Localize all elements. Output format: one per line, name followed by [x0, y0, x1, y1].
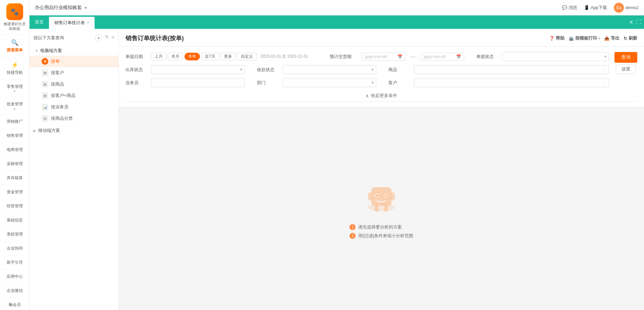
settings-button[interactable]: 设置: [616, 64, 636, 74]
sidebar-item-finance[interactable]: 资金管理: [0, 185, 29, 199]
date-start-placeholder: yyyy-mm-dd: [365, 54, 387, 59]
print-dropdown-icon: ▾: [598, 37, 600, 40]
pc-schemes-header[interactable]: ▼ 电脑端方案: [30, 46, 118, 56]
collapse-label: 收起更多条件: [371, 93, 397, 99]
by-customer-product-icon: ⊞: [42, 92, 48, 99]
salesperson-input[interactable]: ···: [151, 78, 245, 87]
date-filter-label: 单据日期: [125, 54, 146, 60]
sidebar-item-shortcut[interactable]: ⚡ 快捷导航: [0, 57, 29, 80]
logo: 🐾 畅捷通好生意 标账版: [0, 0, 29, 35]
tip-1-text: 请先选择要分析的方案: [358, 223, 402, 231]
collapse-bar[interactable]: ∧ 收起更多条件: [125, 90, 637, 102]
query-button[interactable]: 查询: [614, 52, 637, 63]
salesperson-label: 业务员: [125, 80, 146, 86]
calendar-icon: 📅: [397, 54, 402, 59]
department-select[interactable]: [282, 78, 376, 87]
expected-delivery-label: 预计交货期: [330, 54, 357, 60]
pc-schemes-expand-icon: ▼: [35, 49, 38, 53]
scheme-item-by-salesperson[interactable]: 📊 按业务员: [30, 101, 118, 113]
by-customer-icon: ⊞: [42, 69, 48, 76]
collapse-panel-icon[interactable]: «: [112, 34, 114, 42]
app-download-button[interactable]: 📱 App下载: [584, 5, 607, 11]
top-header: 办公用品行业模拟账套 ▾ 💬 消息 📱 App下载 Ea demo2: [30, 0, 644, 15]
product-label: 商品: [388, 67, 409, 73]
download-icon: 📱: [584, 5, 589, 10]
date-btn-more[interactable]: 更多: [220, 53, 236, 60]
message-icon: 💬: [562, 5, 567, 10]
svg-rect-2: [368, 192, 372, 201]
payment-status-select[interactable]: [282, 65, 376, 74]
sidebar-item-apps[interactable]: 应用中心: [0, 270, 29, 284]
sidebar-item-wholesale[interactable]: 批发管理 ▲: [0, 97, 29, 115]
calendar-icon-end: 📅: [456, 54, 461, 59]
tab-sales-stats[interactable]: 销售订单统计表 ×: [49, 17, 95, 29]
sidebar-item-purchase[interactable]: 采购管理: [0, 157, 29, 171]
sidebar-item-newbie[interactable]: 新手引导: [0, 256, 29, 270]
sidebar-item-ecommerce[interactable]: 电商管理: [0, 143, 29, 157]
by-order-icon: 单: [42, 58, 48, 65]
date-btn-custom[interactable]: 自定义: [237, 53, 257, 60]
tab-home[interactable]: 首页: [30, 15, 49, 29]
tip-1-num: 1: [350, 224, 356, 230]
edit-scheme-icon[interactable]: ✎: [105, 34, 109, 42]
date-btn-last-month[interactable]: 上月: [151, 53, 166, 60]
add-scheme-icon[interactable]: +: [95, 34, 102, 42]
action-buttons: 查询 设置: [609, 52, 637, 74]
dropdown-arrow[interactable]: ▾: [85, 5, 87, 10]
scheme-item-by-product[interactable]: ⊞ 按商品: [30, 79, 118, 90]
avatar: Ea: [614, 3, 624, 13]
main-content: 1 请先选择要分析的方案 2 用[过滤]条件来缩小分析范围: [119, 107, 644, 310]
mobile-schemes-section[interactable]: ▶ 移动端方案: [30, 125, 118, 136]
date-btn-last-7-days[interactable]: 近7天: [201, 53, 219, 60]
date-input-end[interactable]: yyyy-mm-dd 📅: [421, 53, 464, 61]
tip-2-num: 2: [350, 233, 356, 239]
help-button[interactable]: ❓ 帮助: [549, 35, 565, 41]
date-input-start[interactable]: yyyy-mm-dd 📅: [362, 53, 406, 61]
sidebar-item-member[interactable]: 畅会员: [0, 298, 29, 310]
date-btn-this-month[interactable]: 本月: [168, 53, 183, 60]
print-button[interactable]: 🖨️ 按模板打印 ▾: [569, 35, 600, 41]
sidebar-item-inventory[interactable]: 库存核算: [0, 171, 29, 185]
window-close-icon[interactable]: ✕: [629, 19, 633, 25]
empty-state: 1 请先选择要分析的方案 2 用[过滤]条件来缩小分析范围: [350, 177, 413, 240]
mobile-schemes-expand-icon: ▶: [34, 129, 36, 133]
sidebar-item-enterprise[interactable]: 企业协同: [0, 242, 29, 256]
sidebar-item-marketing[interactable]: 营销推广: [0, 115, 29, 129]
empty-icon: [361, 177, 401, 217]
date-btn-this-year[interactable]: 本年: [184, 53, 200, 60]
tab-bar-actions: ✕ ⛶: [629, 19, 644, 25]
sidebar-item-operations[interactable]: 经营管理: [0, 199, 29, 213]
filter-area: 单据日期 上月 本月 本年 近7天 更多 自定义 20: [119, 47, 644, 107]
doc-status-select[interactable]: [502, 52, 609, 61]
scheme-item-by-category[interactable]: ⊟ 按商品分类: [30, 113, 118, 124]
sidebar-item-wechat[interactable]: 企业微信: [0, 284, 29, 298]
scheme-item-by-order[interactable]: 单 按单: [30, 56, 118, 67]
sidebar-item-sales[interactable]: 销售管理: [0, 129, 29, 143]
right-panel: 销售订单统计表(按单) ❓ 帮助 🖨️ 按模板打印 ▾ 📤: [119, 29, 644, 310]
export-button[interactable]: 📤 导出: [604, 35, 620, 41]
product-input[interactable]: ···: [414, 65, 609, 74]
sidebar-item-basic[interactable]: 基础信息: [0, 213, 29, 227]
doc-status-label: 单据状态: [476, 54, 496, 60]
export-icon: 📤: [604, 36, 609, 41]
customer-input[interactable]: ···: [414, 78, 609, 87]
messages-button[interactable]: 💬 消息: [562, 5, 577, 11]
date-end-placeholder: yyyy-mm-dd: [424, 54, 445, 59]
sidebar: 🐾 畅捷通好生意 标账版 🔍 搜索菜单 ⚡ 快捷导航 零售管理 ▼ 批发管理 ▲…: [0, 0, 30, 310]
sidebar-item-system[interactable]: 系统管理: [0, 227, 29, 242]
tip-2-text: 用[过滤]条件来缩小分析范围: [358, 231, 413, 240]
shortcut-icon: ⚡: [11, 61, 18, 69]
tab-close-icon[interactable]: ×: [87, 20, 89, 25]
by-salesperson-icon: 📊: [42, 104, 48, 110]
scheme-item-by-customer-product[interactable]: ⊞ 按客户+商品: [30, 90, 118, 101]
mobile-schemes-label: 移动端方案: [38, 127, 60, 134]
salesperson-ellipsis: ···: [237, 80, 241, 85]
refresh-icon: ↻: [624, 36, 627, 41]
user-menu[interactable]: Ea demo2: [614, 3, 639, 13]
sidebar-item-retail[interactable]: 零售管理 ▼: [0, 80, 29, 97]
ship-status-select[interactable]: [151, 65, 245, 74]
refresh-button[interactable]: ↻ 刷新: [624, 35, 637, 41]
scheme-item-by-customer[interactable]: ⊞ 按客户: [30, 67, 118, 79]
sidebar-item-search[interactable]: 🔍 搜索菜单: [0, 35, 29, 57]
window-expand-icon[interactable]: ⛶: [636, 19, 641, 25]
